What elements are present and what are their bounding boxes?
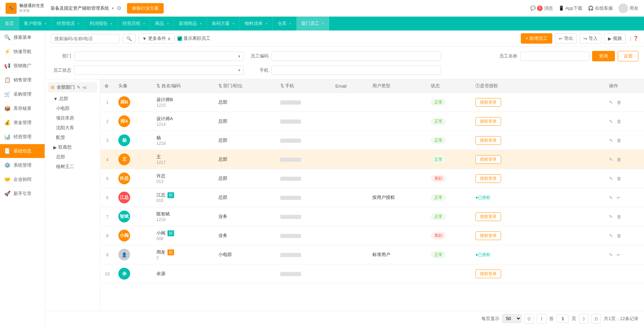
delete-icon[interactable]: 🗑 bbox=[617, 233, 621, 238]
edit-icon[interactable]: ✎ bbox=[609, 138, 613, 143]
show-resign-checkbox[interactable] bbox=[178, 36, 182, 41]
sidebar-item-search[interactable]: 🔍 搜索菜单 bbox=[0, 30, 45, 45]
help-icon[interactable]: ｜❓ bbox=[628, 35, 638, 42]
dept-node-project[interactable]: 项目库房 bbox=[51, 113, 97, 123]
search-input[interactable] bbox=[51, 34, 120, 43]
tab-employees[interactable]: 部门员工 × bbox=[297, 17, 329, 30]
show-resign-checkbox-label[interactable]: 显示离职员工 bbox=[178, 35, 210, 42]
tab-close-barcode[interactable]: × bbox=[233, 22, 235, 26]
delete-icon[interactable]: 🗑 bbox=[617, 138, 621, 143]
sidebar-item-basic-info[interactable]: 📑 基础信息 bbox=[0, 144, 45, 158]
emp-name-input[interactable] bbox=[520, 52, 589, 61]
sidebar-item-management[interactable]: 📊 经营管理 bbox=[0, 130, 45, 144]
sidebar-item-guide[interactable]: 🚀 新手引导 bbox=[0, 187, 45, 201]
tab-barcode[interactable]: 条码方案 × bbox=[207, 17, 240, 30]
tab-close-history[interactable]: × bbox=[143, 22, 145, 26]
emp-status-select[interactable]: ▾ bbox=[74, 65, 244, 75]
edit-icon[interactable]: ✎ bbox=[609, 157, 613, 162]
tab-customer[interactable]: 客户联络 × bbox=[19, 17, 52, 30]
phone-input[interactable] bbox=[271, 65, 441, 75]
tab-profit[interactable]: 利润报告 × bbox=[85, 17, 118, 30]
dept-node-headquarters-parent[interactable]: ▼ 总部 bbox=[51, 94, 97, 104]
edit-icon[interactable]: ✎ bbox=[609, 119, 613, 124]
dept-node-xiaodian[interactable]: 小电部 bbox=[51, 104, 97, 113]
auth-button[interactable]: 授权登录 bbox=[475, 231, 501, 240]
sidebar-item-finance[interactable]: 💰 资金管理 bbox=[0, 116, 45, 130]
delete-icon[interactable]: 🗑 bbox=[617, 214, 621, 219]
tab-close-employees[interactable]: × bbox=[322, 22, 324, 26]
edit-icon[interactable]: ✎ bbox=[609, 100, 613, 105]
sidebar-item-inventory[interactable]: 📦 库存核算 bbox=[0, 102, 45, 116]
tab-home[interactable]: 首页 bbox=[0, 17, 19, 30]
dept-node-zhishu[interactable]: 植树王二 bbox=[51, 162, 97, 171]
search-btn[interactable]: 🔍 bbox=[123, 34, 136, 43]
page-input[interactable] bbox=[556, 315, 569, 323]
online-service-button[interactable]: 🎧 在线客服 bbox=[588, 5, 613, 11]
dept-node-shuanglu[interactable]: ▶ 双鹿想 bbox=[51, 142, 97, 152]
edit-icon[interactable]: ✎ bbox=[609, 195, 613, 200]
auth-button[interactable]: 授权登录 bbox=[475, 98, 501, 107]
emp-code-input[interactable] bbox=[271, 52, 441, 61]
query-button[interactable]: 查询 bbox=[592, 51, 615, 61]
last-page-btn[interactable]: ⟩⟩ bbox=[591, 314, 601, 324]
per-page-select[interactable]: 50 100 200 bbox=[502, 314, 521, 323]
first-page-btn[interactable]: ⟨⟨ bbox=[524, 314, 534, 324]
more-filter-btn[interactable]: ▼ 更多条件 ∧ bbox=[138, 33, 175, 44]
msg-button[interactable]: 💬 5 消息 bbox=[530, 5, 553, 11]
col-dept-pos[interactable]: ⇅ 部门/职位 bbox=[214, 79, 276, 93]
view-button[interactable]: ▶ 视频 bbox=[604, 33, 626, 44]
delete-icon[interactable]: ↩ bbox=[617, 252, 620, 257]
tab-bom[interactable]: 物料清单 × bbox=[240, 17, 273, 30]
set-button[interactable]: 设置 bbox=[618, 51, 638, 61]
export-button[interactable]: ↩ 导出 bbox=[555, 33, 577, 44]
tab-warehouse[interactable]: 仓库 × bbox=[273, 17, 297, 30]
sidebar-item-quicknav[interactable]: ⚡ 快速导航 bbox=[0, 45, 45, 59]
delete-icon[interactable]: 🗑 bbox=[617, 176, 621, 181]
delete-icon[interactable]: 🗑 bbox=[617, 100, 621, 105]
delete-icon[interactable]: 🗑 bbox=[617, 119, 621, 124]
edit-icon[interactable]: ✎ bbox=[609, 214, 613, 219]
tab-close-bom[interactable]: × bbox=[265, 22, 267, 26]
gear-icon[interactable]: ⚙ bbox=[117, 5, 121, 11]
dept-edit-icon[interactable]: ✎ bbox=[77, 85, 80, 90]
tab-history[interactable]: 经营历程 × bbox=[118, 17, 151, 30]
dept-filter-select[interactable]: ▾ bbox=[74, 52, 244, 61]
user-button[interactable]: 用友 bbox=[618, 3, 638, 13]
sidebar-item-purchase[interactable]: 🛒 采购管理 bbox=[0, 87, 45, 102]
dropdown-arrow-icon[interactable]: ▾ bbox=[112, 6, 114, 11]
tab-close-profit[interactable]: × bbox=[110, 22, 112, 26]
col-settings[interactable]: ⚙ bbox=[100, 79, 114, 93]
add-employee-button[interactable]: + 新增员工 bbox=[521, 33, 552, 44]
sidebar-item-sales[interactable]: 📋 销售管理 bbox=[0, 73, 45, 87]
dept-node-shenyang[interactable]: 沈阳大库 bbox=[51, 123, 97, 133]
tab-close-add-goods[interactable]: × bbox=[200, 22, 202, 26]
dept-collapse-icon[interactable]: ≪ bbox=[82, 85, 87, 90]
tab-close-customer[interactable]: × bbox=[45, 22, 47, 26]
sidebar-item-system[interactable]: ⚙️ 系统管理 bbox=[0, 158, 45, 173]
auth-button[interactable]: 授权登录 bbox=[475, 136, 501, 145]
import-button[interactable]: ↪ 导入 bbox=[580, 33, 601, 44]
tab-close-warehouse[interactable]: × bbox=[289, 22, 291, 26]
tab-goods[interactable]: 商品 × bbox=[150, 17, 174, 30]
trial-button[interactable]: 体验行业方案 bbox=[127, 3, 164, 14]
dept-node-distribution[interactable]: 配货 bbox=[51, 133, 97, 142]
delete-icon[interactable]: ↩ bbox=[617, 195, 620, 200]
edit-icon[interactable]: ✎ bbox=[609, 252, 613, 257]
auth-button[interactable]: 授权登录 bbox=[475, 270, 501, 278]
col-phone[interactable]: ⇅ 手机 bbox=[276, 79, 331, 93]
auth-button[interactable]: 授权登录 bbox=[475, 174, 501, 183]
auth-button[interactable]: 授权登录 bbox=[475, 117, 501, 126]
delete-icon[interactable]: 🗑 bbox=[617, 157, 621, 162]
auth-button[interactable]: 授权登录 bbox=[475, 155, 501, 164]
tab-close-operations[interactable]: × bbox=[78, 22, 80, 26]
col-name-code[interactable]: ⇅ 姓名/编码 bbox=[152, 79, 214, 93]
tab-add-goods[interactable]: 新增商品 × bbox=[174, 17, 207, 30]
sidebar-item-collab[interactable]: 🤝 企业协同 bbox=[0, 173, 45, 187]
prev-page-btn[interactable]: ⟨ bbox=[537, 314, 546, 324]
edit-icon[interactable]: ✎ bbox=[609, 176, 613, 181]
next-page-btn[interactable]: ⟩ bbox=[579, 314, 589, 324]
app-download-button[interactable]: 📱 App下载 bbox=[559, 5, 582, 11]
tab-operations[interactable]: 经营情况 × bbox=[52, 17, 85, 30]
auth-button[interactable]: 授权登录 bbox=[475, 212, 501, 221]
tab-close-goods[interactable]: × bbox=[167, 22, 169, 26]
